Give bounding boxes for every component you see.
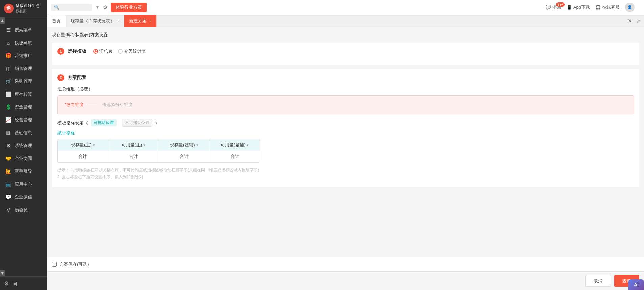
sidebar-scroll-up[interactable]: ▲: [0, 17, 5, 24]
radio-cross-label: 交叉统计表: [124, 48, 146, 54]
sidebar-item-app-center[interactable]: 📺 应用中心: [0, 178, 47, 191]
inventory-icon: ⬜: [5, 91, 12, 97]
save-label: 方案保存(可选): [59, 261, 89, 267]
sidebar-item-finance[interactable]: 💲 资金管理: [0, 101, 47, 114]
topbar-dropdown-icon[interactable]: ▼: [95, 5, 100, 10]
metrics-table-body: 合计 合计 合计 合计: [58, 151, 260, 162]
tip-2: 2. 点击标题栏下拉可设置排序、插入列和删除列: [57, 174, 634, 180]
tab-home[interactable]: 首页: [47, 15, 66, 27]
operations-icon: 📈: [5, 117, 12, 123]
col-current-main-label: 现存量(主): [71, 142, 92, 148]
settings-icon[interactable]: ⚙: [4, 280, 9, 287]
template-options: 汇总表 交叉统计表: [93, 48, 146, 54]
tabs-actions: ✕ ⤢: [626, 17, 644, 25]
sidebar-item-label: 快捷导航: [15, 40, 32, 46]
dimension-input-area[interactable]: *纵向维度 —— 请选择分组维度: [57, 95, 634, 114]
sidebar-item-enterprise[interactable]: 🤝 企业协同: [0, 152, 47, 165]
main-area: 🔍 ▼ ⚙ 体验行业方案 💬 消息 99+ 📱 App下载 🎧 在线客服 👤: [47, 0, 644, 290]
app-download-btn[interactable]: 📱 App下载: [567, 4, 590, 10]
section1-num: 1: [57, 48, 64, 55]
topbar-search[interactable]: 🔍: [51, 4, 92, 11]
sidebar-item-quick-nav[interactable]: ⌂ 快捷导航: [0, 37, 47, 49]
sidebar-item-enterprise-wechat[interactable]: 💬 企业微信: [0, 191, 47, 203]
radio-cross[interactable]: 交叉统计表: [118, 48, 146, 54]
sidebar-item-basic-info[interactable]: ▦ 基础信息: [0, 126, 47, 139]
page-title: 现存量(库存状况表)方案设置: [52, 32, 639, 38]
user-avatar[interactable]: 👤: [625, 3, 635, 12]
sidebar-scroll-down[interactable]: ▼: [0, 270, 5, 276]
sidebar-item-label: 经营管理: [15, 117, 32, 123]
message-btn[interactable]: 💬 消息 99+: [546, 4, 561, 10]
section-plan-config: 2 方案配置 汇总维度（必选） *纵向维度 —— 请选择分组维度 模板指标设定（…: [52, 69, 639, 187]
metrics-setting-row: 模板指标设定（ 可拖动位置 不可拖动位置 ）: [57, 119, 634, 127]
sidebar-item-label: 畅会员: [15, 207, 28, 213]
col-current-main[interactable]: 现存量(主) ▾: [58, 139, 108, 151]
sidebar-bottom: ⚙ ◀: [0, 276, 47, 290]
col-available-main-dropdown[interactable]: ▾: [143, 143, 145, 147]
sidebar-item-new-user[interactable]: 🙋 新手引导: [0, 165, 47, 178]
col-current-aux[interactable]: 现存量(基辅) ▾: [159, 139, 210, 151]
new-user-icon: 🙋: [5, 168, 12, 174]
finance-icon: 💲: [5, 104, 12, 110]
radio-dot-cross: [118, 49, 123, 54]
sidebar-item-operations[interactable]: 📈 经营管理: [0, 114, 47, 126]
col-current-aux-dropdown[interactable]: ▾: [196, 143, 198, 147]
sidebar-item-label: 企业微信: [15, 194, 32, 200]
system-icon: ⚙: [5, 143, 12, 149]
tab-inventory[interactable]: 现存量（库存状况表） ×: [66, 15, 124, 27]
ai-float-button[interactable]: Ai: [628, 279, 644, 290]
cell-total-2: 合计: [108, 151, 159, 162]
sidebar-item-purchase[interactable]: 🛒 采购管理: [0, 75, 47, 88]
online-service-btn[interactable]: 🎧 在线客服: [595, 4, 620, 10]
search-icon: 🔍: [54, 5, 59, 10]
sidebar-item-label: 资金管理: [15, 104, 32, 110]
sidebar-item-system[interactable]: ⚙ 系统管理: [0, 139, 47, 152]
trial-industry-button[interactable]: 体验行业方案: [111, 3, 147, 12]
section2-label: 方案配置: [68, 75, 86, 81]
sidebar-item-label: 库存核算: [15, 91, 32, 97]
tab-new-plan[interactable]: 新建方案 ×: [124, 15, 156, 27]
sidebar-item-label: 系统管理: [15, 143, 32, 149]
save-checkbox[interactable]: [52, 262, 57, 267]
app-name: 畅康通好生意: [16, 3, 40, 9]
sales-icon: ◫: [5, 66, 12, 72]
tab-maximize-btn[interactable]: ⤢: [635, 17, 642, 25]
radio-summary[interactable]: 汇总表: [93, 48, 113, 54]
ai-label: Ai: [634, 282, 639, 287]
tab-close-window-btn[interactable]: ✕: [626, 17, 634, 25]
new-plan-tab-close[interactable]: ×: [149, 19, 151, 23]
basic-info-icon: ▦: [5, 130, 12, 136]
sidebar-item-search-menu[interactable]: ☰ 搜索菜单: [0, 24, 47, 37]
enterprise-icon: 🤝: [5, 155, 12, 162]
app-sub: 标准版: [16, 9, 40, 14]
col-available-aux-dropdown[interactable]: ▾: [247, 143, 249, 147]
sidebar-item-inventory[interactable]: ⬜ 库存核算: [0, 88, 47, 101]
collapse-icon[interactable]: ◀: [13, 280, 17, 287]
metrics-setting-end: ）: [155, 120, 159, 126]
logo-icon: 兔: [4, 4, 14, 13]
col-available-main[interactable]: 可用量(主) ▾: [108, 139, 159, 151]
sidebar-item-member[interactable]: V 畅会员: [0, 203, 47, 216]
sidebar-item-sales[interactable]: ◫ 销售管理: [0, 62, 47, 75]
section-choose-template: 1 选择模板 汇总表 交叉统计表: [52, 43, 639, 65]
inventory-tab-close[interactable]: ×: [117, 19, 119, 23]
non-draggable-badge: 不可拖动位置: [122, 119, 152, 127]
topbar-gear-icon[interactable]: ⚙: [103, 4, 107, 10]
sidebar: 兔 畅康通好生意 标准版 ▲ ☰ 搜索菜单 ⌂ 快捷导航 🎁 营销推广 ◫ 销售…: [0, 0, 47, 290]
col-current-main-dropdown[interactable]: ▾: [93, 143, 95, 147]
home-tab-label: 首页: [52, 18, 61, 24]
cancel-button[interactable]: 取消: [585, 275, 611, 287]
cell-total-4: 合计: [209, 151, 260, 162]
dimension-required-star: *纵向维度: [65, 102, 84, 108]
message-icon: 💬: [546, 5, 551, 10]
section2-num: 2: [57, 74, 64, 81]
dimension-required-title: 汇总维度（必选）: [57, 86, 634, 92]
sidebar-item-label: 搜索菜单: [15, 27, 32, 33]
stats-label: 统计指标: [57, 130, 634, 136]
sidebar-item-label: 企业协同: [15, 155, 32, 162]
content-area: 现存量(库存状况表)方案设置 1 选择模板 汇总表 交叉统计表: [47, 27, 644, 257]
sidebar-item-marketing[interactable]: 🎁 营销推广: [0, 49, 47, 62]
cell-total-3: 合计: [159, 151, 210, 162]
col-available-aux[interactable]: 可用量(基辅) ▾: [209, 139, 260, 151]
metrics-table-header: 现存量(主) ▾ 可用量(主) ▾ 现存量(基辅) ▾ 可用量(基辅): [58, 139, 260, 151]
